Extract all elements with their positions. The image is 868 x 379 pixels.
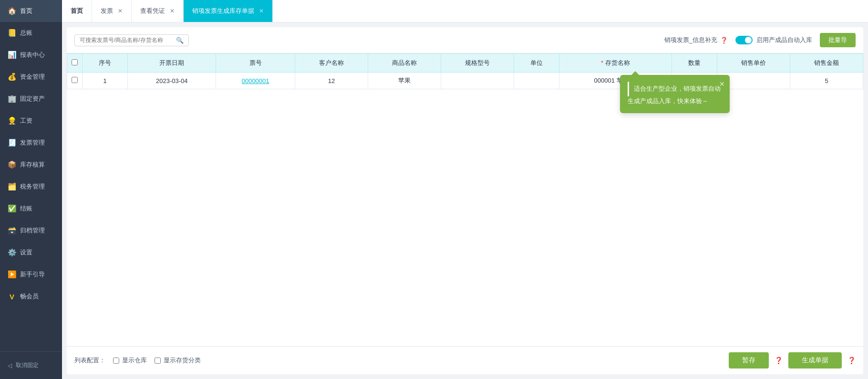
sidebar-item-vip[interactable]: V 畅会员 [0,285,62,307]
row-customer: 12 [295,73,368,89]
footer-buttons: 暂存 ❓ 生成单据 ❓ [729,352,856,368]
save-button[interactable]: 暂存 [729,352,769,368]
th-checkbox [67,54,83,73]
save-help-icon[interactable]: ❓ [775,357,783,364]
tab-view-voucher[interactable]: 查看凭证 ✕ [132,0,184,22]
auto-warehouse-toggle[interactable] [735,36,753,44]
reports-icon: 📊 [8,51,16,59]
sidebar-item-funds[interactable]: 💰 资金管理 [0,66,62,88]
ledger-icon: 📒 [8,29,16,37]
sidebar-item-hr[interactable]: 👷 工资 [0,110,62,132]
tooltip-popup: ✕ 适合生产型企业，销项发票自动生成产成品入库，快来体验～ [620,75,730,113]
tax-icon: 🗂️ [8,182,16,191]
th-quantity: 数量 [672,54,717,73]
invoice-icon: 🧾 [8,138,16,147]
fixed-assets-icon: 🏢 [8,95,16,103]
info-help-icon[interactable]: ❓ [720,37,728,44]
tab-sales-invoice[interactable]: 销项发票生成库存单据 ✕ [184,0,273,22]
th-customer: 客户名称 [295,54,368,73]
row-spec [441,73,514,89]
row-seq: 1 [83,73,128,89]
data-table: 序号 开票日期 票号 客户名称 商品名称 规格型号 单位 存货名称 数量 销售单… [67,53,863,89]
info-label-area: 销项发票_信息补充 ❓ [664,36,728,44]
th-number: 票号 [216,54,295,73]
toggle-area: 启用产成品自动入库 [735,36,812,44]
row-checkbox-cell [67,73,83,89]
content-area: 🔍 销项发票_信息补充 ❓ 启用产成品自动入库 批量导 [67,27,863,374]
sidebar-item-settlement[interactable]: ✅ 结账 [0,198,62,220]
inventory-icon: 📦 [8,160,16,169]
archive-icon: 🗃️ [8,226,16,235]
hr-icon: 👷 [8,116,16,125]
tab-invoice-close[interactable]: ✕ [118,8,123,14]
generate-help-icon[interactable]: ❓ [847,357,856,364]
pin-icon: ◁ [8,362,12,369]
show-category-checkbox[interactable] [155,358,161,364]
th-date: 开票日期 [128,54,216,73]
sidebar-bottom: ◁ 取消固定 [0,351,62,379]
tooltip-close-button[interactable]: ✕ [719,79,725,89]
main-area: 首页 发票 ✕ 查看凭证 ✕ 销项发票生成库存单据 ✕ 🔍 销项发票_信息补充 … [62,0,868,379]
th-price: 销售单价 [717,54,790,73]
row-amount: 5 [790,73,863,89]
search-icon: 🔍 [176,37,184,44]
sidebar-item-tax[interactable]: 🗂️ 税务管理 [0,176,62,198]
table-body: 1 2023-03-04 00000001 12 苹果 000001 苹果 个 … [67,73,863,89]
select-all-checkbox[interactable] [72,59,78,65]
generate-button[interactable]: 生成单据 [788,352,842,368]
batch-import-button[interactable]: 批量导 [820,33,856,47]
show-category-group: 显示存货分类 [155,356,201,365]
sidebar-item-inventory[interactable]: 📦 库存核算 [0,154,62,176]
search-input[interactable] [80,37,173,43]
tab-view-voucher-close[interactable]: ✕ [170,8,175,14]
guide-icon: ▶️ [8,270,16,279]
settings-icon: ⚙️ [8,248,16,257]
footer: 列表配置： 显示仓库 显示存货分类 暂存 ❓ 生成单据 ❓ [67,346,863,374]
table-wrap: 序号 开票日期 票号 客户名称 商品名称 规格型号 单位 存货名称 数量 销售单… [67,53,863,346]
th-inventory: 存货名称 [559,54,672,73]
toolbar: 🔍 销项发票_信息补充 ❓ 启用产成品自动入库 批量导 [67,27,863,53]
th-seq: 序号 [83,54,128,73]
tab-invoice[interactable]: 发票 ✕ [92,0,132,22]
row-number[interactable]: 00000001 [216,73,295,89]
funds-icon: 💰 [8,73,16,81]
sidebar-item-home[interactable]: 🏠 首页 [0,0,62,22]
table-row: 1 2023-03-04 00000001 12 苹果 000001 苹果 个 … [67,73,863,89]
sidebar-item-invoice-mgmt[interactable]: 🧾 发票管理 [0,132,62,154]
home-icon: 🏠 [8,7,16,15]
row-checkbox[interactable] [72,77,78,83]
sidebar-item-reports[interactable]: 📊 报表中心 [0,44,62,66]
show-warehouse-checkbox[interactable] [113,358,119,364]
show-warehouse-group: 显示仓库 [113,356,147,365]
sidebar-item-settings[interactable]: ⚙️ 设置 [0,242,62,263]
th-spec: 规格型号 [441,54,514,73]
vip-icon: V [8,293,16,301]
row-product: 苹果 [368,73,441,89]
tab-bar: 首页 发票 ✕ 查看凭证 ✕ 销项发票生成库存单据 ✕ [62,0,868,22]
tab-home[interactable]: 首页 [62,0,92,22]
th-amount: 销售金额 [790,54,863,73]
row-unit [514,73,559,89]
sidebar-item-ledger[interactable]: 📒 总账 [0,22,62,44]
row-date: 2023-03-04 [128,73,216,89]
sidebar-item-guide[interactable]: ▶️ 新手引导 [0,263,62,285]
th-unit: 单位 [514,54,559,73]
sidebar: 🏠 首页 📒 总账 📊 报表中心 💰 资金管理 🏢 固定资产 👷 工资 🧾 发票… [0,0,62,379]
th-product: 商品名称 [368,54,441,73]
settlement-icon: ✅ [8,204,16,213]
tab-sales-invoice-close[interactable]: ✕ [259,8,264,14]
table-header-row: 序号 开票日期 票号 客户名称 商品名称 规格型号 单位 存货名称 数量 销售单… [67,54,863,73]
pin-button[interactable]: ◁ 取消固定 [0,357,62,374]
search-box[interactable]: 🔍 [74,34,189,46]
sidebar-item-fixed-assets[interactable]: 🏢 固定资产 [0,88,62,110]
sidebar-item-archive[interactable]: 🗃️ 归档管理 [0,220,62,242]
